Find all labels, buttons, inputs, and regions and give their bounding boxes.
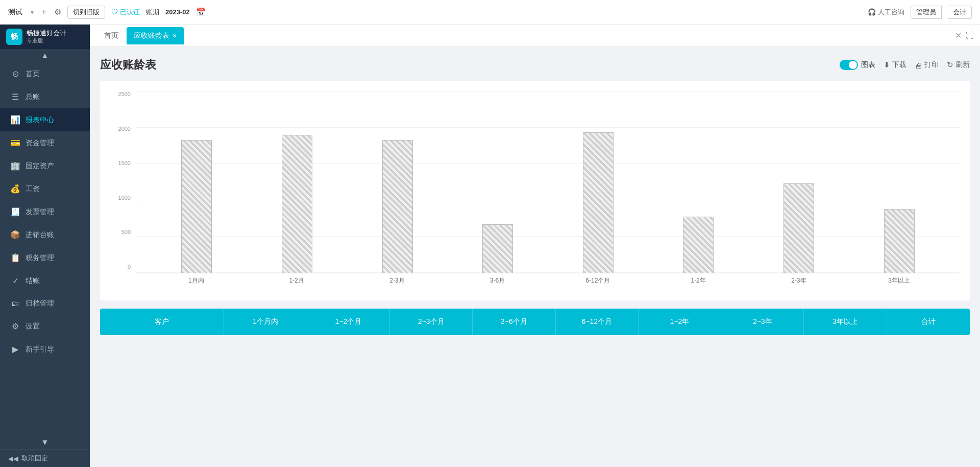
sidebar-item-funds[interactable]: 💳 资金管理 [0, 131, 90, 154]
dropdown-arrow-icon[interactable]: ▾ [31, 9, 34, 16]
tab-close-button[interactable]: × [173, 32, 177, 40]
consultant-button[interactable]: 🎧 人工咨询 [868, 8, 904, 17]
bar-1-2year [683, 217, 714, 273]
sidebar-item-invoice[interactable]: 🧾 发票管理 [0, 200, 90, 223]
chart-toggle[interactable]: 图表 [840, 60, 875, 70]
tab-window-controls: ✕ ⛶ [955, 31, 974, 40]
refresh-icon: ↻ [947, 60, 953, 69]
tab-home[interactable]: 首页 [96, 26, 127, 45]
sidebar-item-guide[interactable]: ▶ 新手引导 [0, 338, 90, 361]
bars-container [136, 91, 960, 273]
logo-char: 畅 [11, 32, 18, 41]
sidebar-item-label: 进销台账 [26, 230, 54, 240]
consultant-label: 人工咨询 [878, 8, 904, 17]
x-label-1-2year: 1-2年 [648, 276, 749, 285]
th-1month: 1个月内 [224, 309, 307, 335]
logo-text-block: 畅捷通好会计 专业版 [27, 29, 66, 45]
print-button[interactable]: 🖨 打印 [915, 60, 939, 69]
refresh-button[interactable]: ↻ 刷新 [947, 60, 970, 69]
y-label-0: 0 [110, 264, 131, 270]
tax-icon: 📋 [10, 253, 20, 263]
scroll-down-button[interactable]: ▼ [0, 436, 90, 449]
x-label-1month: 1月内 [146, 276, 247, 285]
bar-1month [181, 140, 212, 273]
role-accountant-button[interactable]: 会计 [948, 6, 972, 19]
bar-group-3plus-year [849, 209, 949, 273]
sidebar-item-home[interactable]: ⊙ 首页 [0, 62, 90, 85]
th-3plus-year: 3年以上 [804, 309, 887, 335]
sidebar-item-closing[interactable]: ✓ 结账 [0, 269, 90, 292]
close-window-button[interactable]: ✕ [955, 31, 962, 40]
sidebar-item-ledger[interactable]: ☰ 总账 [0, 85, 90, 108]
tab-receivable-aging[interactable]: 应收账龄表 × [127, 27, 184, 44]
bar-group-2-3month [347, 140, 448, 273]
sidebar-item-reports[interactable]: 📊 报表中心 [0, 108, 90, 131]
content-area: 首页 应收账龄表 × ✕ ⛶ 应收账龄表 [90, 25, 980, 467]
sidebar-scroll: ⊙ 首页 ☰ 总账 📊 报表中心 💳 资金管理 🏢 固定资产 💰 工资 [0, 62, 90, 436]
th-customer: 客户 [100, 309, 224, 335]
sidebar-item-trade[interactable]: 📦 进销台账 [0, 223, 90, 246]
sidebar-item-label: 结账 [26, 276, 40, 286]
app-edition: 专业版 [27, 37, 66, 44]
th-1-2year: 1~2年 [639, 309, 721, 335]
calendar-icon[interactable]: 📅 [196, 7, 206, 17]
role-manager-button[interactable]: 管理员 [911, 6, 942, 19]
sidebar-logo: 畅 畅捷通好会计 专业版 [0, 25, 90, 49]
project-name: 测试 [8, 8, 22, 17]
bar-1-2month [282, 135, 312, 273]
scroll-up-button[interactable]: ▲ [0, 49, 90, 62]
th-2-3month: 2~3个月 [390, 309, 473, 335]
x-label-2-3month: 2-3月 [347, 276, 448, 285]
bar-group-6-12month [548, 132, 649, 273]
maximize-window-button[interactable]: ⛶ [966, 31, 974, 40]
th-1-2month: 1~2个月 [307, 309, 390, 335]
settings-icon[interactable]: ⚙ [54, 7, 61, 17]
sidebar-item-assets[interactable]: 🏢 固定资产 [0, 154, 90, 177]
certified-badge: 🛡 已认证 [111, 8, 140, 17]
report-title: 应收账龄表 [100, 57, 840, 73]
add-tab-icon[interactable]: ＋ [40, 7, 48, 17]
switch-old-version-button[interactable]: 切到旧版 [67, 6, 105, 19]
invoice-icon: 🧾 [10, 207, 20, 217]
bar-chart: 0 500 1000 1500 2000 2500 [110, 91, 960, 285]
bar-6-12month [583, 132, 614, 273]
sidebar-item-tax[interactable]: 📋 税务管理 [0, 246, 90, 269]
th-total: 合计 [887, 309, 970, 335]
bar-group-1-2year [648, 217, 749, 273]
sidebar-item-label: 新手引导 [26, 345, 54, 354]
trade-icon: 📦 [10, 230, 20, 240]
funds-icon: 💳 [10, 138, 20, 148]
chart-inner: 1月内 1-2月 2-3月 3-6月 6-12个月 1-2年 2-3年 3年以上 [136, 91, 960, 285]
chart-y-labels: 0 500 1000 1500 2000 2500 [110, 91, 131, 270]
cancel-fixed-button[interactable]: ◀◀ 取消固定 [0, 449, 90, 467]
salary-icon: 💰 [10, 184, 20, 194]
chart-x-labels: 1月内 1-2月 2-3月 3-6月 6-12个月 1-2年 2-3年 3年以上 [136, 273, 960, 285]
x-label-3-6month: 3-6月 [447, 276, 548, 285]
cancel-fixed-icon: ◀◀ [8, 455, 18, 462]
archive-icon: 🗂 [10, 299, 20, 308]
settings-nav-icon: ⚙ [10, 321, 20, 331]
sidebar: 畅 畅捷通好会计 专业版 ▲ ⊙ 首页 ☰ 总账 📊 报表中心 💳 [0, 25, 90, 467]
toggle-track[interactable] [840, 60, 858, 70]
x-label-2-3year: 2-3年 [749, 276, 849, 285]
download-button[interactable]: ⬇ 下载 [884, 60, 906, 69]
x-label-1-2month: 1-2月 [247, 276, 347, 285]
report-header: 应收账龄表 图表 ⬇ 下载 🖨 打印 [100, 57, 970, 73]
table-container: 客户 1个月内 1~2个月 2~3个月 3~6个月 6~12个月 1~2年 2~… [100, 309, 970, 335]
bar-2-3month [382, 140, 413, 273]
chart-plot [136, 91, 960, 273]
sidebar-item-label: 发票管理 [26, 207, 54, 217]
certified-label: 已认证 [120, 8, 140, 17]
y-label-2500: 2500 [110, 91, 131, 97]
bar-group-3-6month [448, 224, 548, 273]
logo-icon: 畅 [6, 29, 22, 45]
ledger-icon: ☰ [10, 92, 20, 102]
sidebar-item-settings[interactable]: ⚙ 设置 [0, 315, 90, 338]
period-label: 账期 [146, 8, 159, 17]
tab-label: 应收账龄表 [134, 31, 169, 40]
y-label-1500: 1500 [110, 160, 131, 166]
sidebar-item-archive[interactable]: 🗂 归档管理 [0, 292, 90, 315]
sidebar-item-label: 税务管理 [26, 253, 54, 263]
sidebar-item-salary[interactable]: 💰 工资 [0, 177, 90, 200]
tab-bar: 首页 应收账龄表 × ✕ ⛶ [90, 25, 980, 47]
